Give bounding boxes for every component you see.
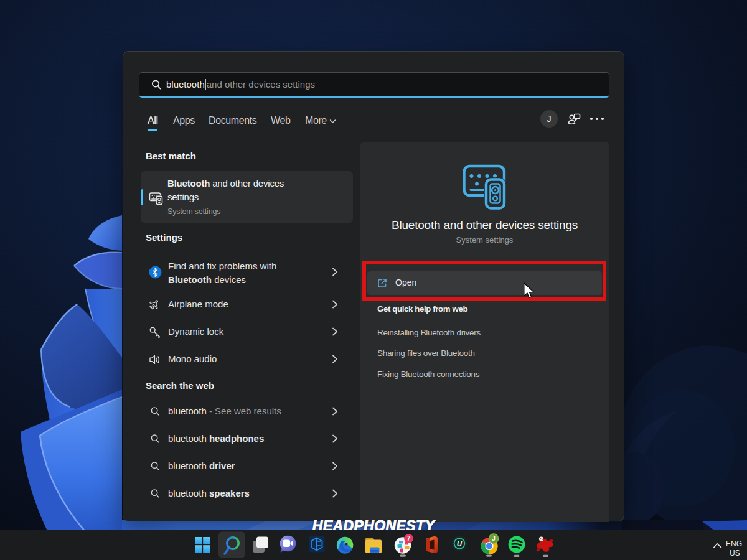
svg-text:ENG: ENG <box>726 539 742 548</box>
svg-text:7: 7 <box>407 534 411 542</box>
svg-text:U: U <box>457 540 463 548</box>
svg-text:J: J <box>492 534 496 542</box>
svg-text:US: US <box>730 549 740 558</box>
